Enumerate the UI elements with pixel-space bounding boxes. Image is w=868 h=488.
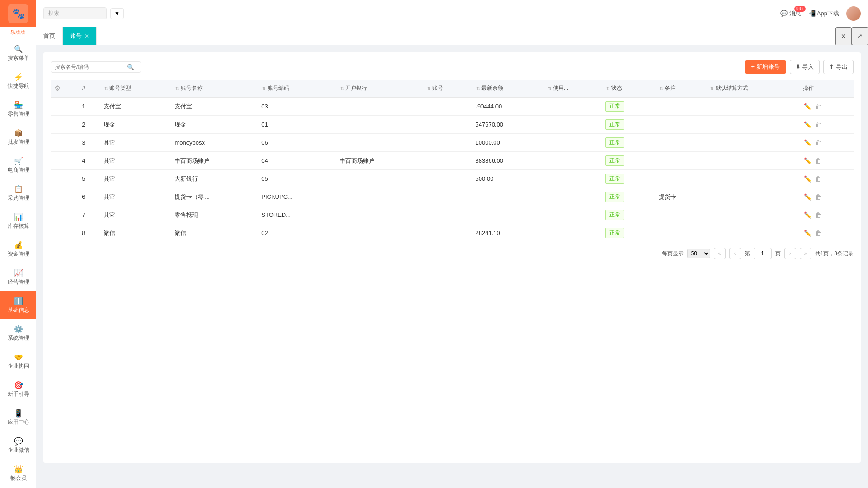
cell-account-name: 现金	[171, 116, 258, 134]
cell-status: 正常	[602, 152, 655, 170]
col-usage[interactable]: ⇅ 使用...	[543, 80, 602, 98]
col-latest-balance[interactable]: ⇅ 最新余额	[472, 80, 543, 98]
col-open-bank[interactable]: ⇅ 开户银行	[336, 80, 423, 98]
delete-button[interactable]: 🗑	[814, 174, 822, 183]
sidebar-item-quick-nav[interactable]: ⚡ 快捷导航	[0, 67, 36, 95]
page-suffix: 页	[775, 250, 781, 258]
import-button[interactable]: ⬇ 导入	[790, 60, 820, 74]
cell-open-bank	[336, 188, 423, 206]
add-account-button[interactable]: + 新增账号	[745, 60, 786, 74]
edit-button[interactable]: ✏️	[803, 138, 812, 147]
sidebar-item-ecommerce-mgmt[interactable]: 🛒 电商管理	[0, 151, 36, 179]
last-page-button[interactable]: »	[800, 248, 811, 259]
edit-button[interactable]: ✏️	[803, 120, 812, 129]
sort-icon: ⇅	[175, 86, 179, 91]
per-page-label: 每页显示	[662, 250, 684, 258]
sidebar-item-operation-mgmt[interactable]: 📈 经营管理	[0, 263, 36, 291]
tab-account-close[interactable]: ✕	[85, 33, 89, 39]
tab-home[interactable]: 首页	[36, 27, 63, 45]
edit-button[interactable]: ✏️	[803, 156, 812, 165]
col-default-settlement[interactable]: ⇅ 默认结算方式	[706, 80, 799, 98]
sort-icon: ⇅	[340, 86, 344, 91]
edit-button[interactable]: ✏️	[803, 211, 812, 220]
delete-button[interactable]: 🗑	[814, 120, 822, 129]
cell-num: 7	[78, 206, 99, 224]
next-page-button[interactable]: ›	[784, 248, 796, 259]
top-bar-right: 💬 消息 99+ 📲 App下载	[780, 6, 861, 21]
cell-latest-balance: 28241.10	[472, 224, 543, 242]
cell-account-code: 05	[258, 170, 336, 188]
sidebar-item-app-center[interactable]: 📱 应用中心	[0, 404, 36, 432]
sidebar-item-retail-mgmt[interactable]: 🏪 零售管理	[0, 95, 36, 123]
user-avatar[interactable]	[846, 6, 861, 21]
edit-button[interactable]: ✏️	[803, 229, 812, 238]
search-wrap: 🔍	[51, 61, 141, 73]
cell-account-code: PICKUPC...	[258, 188, 336, 206]
topbar-dropdown[interactable]: ▼	[110, 8, 124, 19]
basic-info-icon: ℹ️	[14, 297, 23, 305]
edit-button[interactable]: ✏️	[803, 102, 812, 111]
sidebar-item-wholesale-mgmt[interactable]: 📦 批发管理	[0, 123, 36, 151]
sidebar-item-enterprise-agreement[interactable]: 🤝 企业协同	[0, 347, 36, 375]
cell-default-settlement	[706, 134, 799, 152]
cell-account-name: 大新银行	[171, 170, 258, 188]
topbar-search[interactable]: 搜索	[43, 7, 107, 19]
delete-button[interactable]: 🗑	[814, 102, 822, 111]
col-account-code[interactable]: ⇅ 账号编码	[258, 80, 336, 98]
toolbar: 🔍 + 新增账号 ⬇ 导入 ⬆ 导出	[51, 60, 854, 74]
edit-button[interactable]: ✏️	[803, 174, 812, 183]
tab-expand-button[interactable]: ⤢	[852, 27, 868, 45]
prev-page-button[interactable]: ‹	[729, 248, 741, 259]
sidebar-item-capital-mgmt[interactable]: 💰 资金管理	[0, 235, 36, 263]
delete-button[interactable]: 🗑	[814, 138, 822, 147]
cell-status: 正常	[602, 224, 655, 242]
delete-button[interactable]: 🗑	[814, 156, 822, 165]
tab-close-button[interactable]: ✕	[835, 27, 852, 45]
cell-operation: ✏️ 🗑	[799, 206, 854, 224]
app-download-button[interactable]: 📲 App下载	[808, 9, 839, 18]
table-row: 2 现金 现金 01 547670.00 正常 ✏️ 🗑	[51, 116, 854, 134]
status-badge: 正常	[605, 192, 624, 202]
sidebar-item-inventory-calc[interactable]: 📊 库存核算	[0, 207, 36, 235]
cell-default-settlement	[706, 188, 799, 206]
col-settings-icon: ⚙	[54, 84, 61, 92]
delete-button[interactable]: 🗑	[814, 229, 822, 238]
page-number-input[interactable]	[754, 248, 772, 259]
sidebar-item-purchase-mgmt[interactable]: 📋 采购管理	[0, 179, 36, 207]
message-button[interactable]: 💬 消息 99+	[780, 9, 801, 18]
sidebar-item-vip-member[interactable]: 👑 畅会员	[0, 460, 36, 488]
cell-usage	[543, 188, 602, 206]
export-button[interactable]: ⬆ 导出	[823, 60, 854, 74]
top-bar-left: 搜索 ▼	[43, 7, 124, 19]
cell-status: 正常	[602, 206, 655, 224]
delete-button[interactable]: 🗑	[814, 192, 822, 202]
col-status[interactable]: ⇅ 状态	[602, 80, 655, 98]
col-account-no[interactable]: ⇅ 账号	[423, 80, 472, 98]
col-account-type[interactable]: ⇅ 账号类型	[100, 80, 171, 98]
col-settings[interactable]: ⚙	[51, 80, 78, 98]
cell-account-name: 零售抵现	[171, 206, 258, 224]
table-row: 4 其它 中百商场账户 04 中百商场账户 383866.00 正常 ✏️ 🗑	[51, 152, 854, 170]
cell-account-no	[423, 206, 472, 224]
per-page-select[interactable]: 50 100 200	[687, 249, 710, 258]
sidebar-item-new-guide[interactable]: 🎯 新手引导	[0, 375, 36, 404]
sidebar-item-enterprise-wechat[interactable]: 💬 企业微信	[0, 432, 36, 460]
search-icon[interactable]: 🔍	[127, 64, 134, 70]
col-account-name[interactable]: ⇅ 账号名称	[171, 80, 258, 98]
cell-default-settlement	[706, 116, 799, 134]
col-notes[interactable]: ⇅ 备注	[655, 80, 706, 98]
delete-button[interactable]: 🗑	[814, 211, 822, 220]
tab-account[interactable]: 账号 ✕	[63, 27, 97, 45]
first-page-button[interactable]: «	[714, 248, 726, 259]
cell-latest-balance	[472, 188, 543, 206]
edit-button[interactable]: ✏️	[803, 192, 812, 202]
total-info: 共1页，8条记录	[815, 250, 854, 258]
cell-num: 6	[78, 188, 99, 206]
sidebar-item-search-menu[interactable]: 🔍 搜索菜单	[0, 39, 36, 67]
table-row: 8 微信 微信 02 28241.10 正常 ✏️ 🗑	[51, 224, 854, 242]
sidebar-item-basic-info[interactable]: ℹ️ 基础信息	[0, 291, 36, 319]
status-badge: 正常	[605, 119, 624, 130]
sidebar-item-system-mgmt[interactable]: ⚙️ 系统管理	[0, 319, 36, 347]
search-input[interactable]	[55, 64, 127, 70]
capital-mgmt-icon: 💰	[14, 241, 23, 249]
